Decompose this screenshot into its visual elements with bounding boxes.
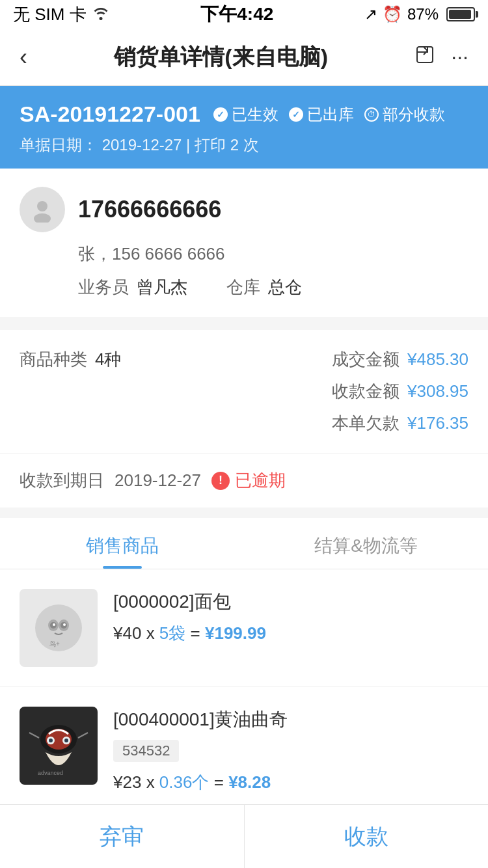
received-value: ¥308.95 (407, 381, 468, 401)
collect-payment-button[interactable]: 收款 (245, 805, 489, 868)
battery-icon (446, 7, 475, 21)
svg-rect-0 (417, 47, 433, 62)
product-sku-2: 534532 (113, 740, 179, 762)
product-qty-1: 5袋 (159, 623, 185, 643)
product-thumbnail-1: 鸟+ (20, 589, 98, 667)
product-total-2: ¥8.28 (228, 772, 271, 792)
svg-point-16 (49, 739, 53, 742)
tabs-section: 销售商品 结算&物流等 (0, 518, 488, 569)
product-qty-2: 0.36个 (159, 772, 210, 792)
status-bar: 无 SIM 卡 下午4:42 ↗ ⏰ 87% (0, 0, 488, 29)
page-title: 销货单详情(来自电脑) (114, 42, 328, 72)
status-time: 下午4:42 (200, 2, 273, 27)
clock-icon: ⏱ (364, 107, 379, 122)
debt-value: ¥176.35 (407, 413, 468, 433)
battery-text: 87% (407, 5, 439, 23)
tab-settlement[interactable]: 结算&物流等 (244, 518, 488, 569)
abandon-review-button[interactable]: 弃审 (0, 805, 245, 868)
customer-contact: 张，156 6666 6666 (20, 243, 468, 265)
svg-point-2 (34, 213, 51, 223)
badge-effective: ✓ 已生效 (213, 104, 278, 125)
more-button[interactable]: ··· (451, 45, 468, 69)
carrier-text: 无 SIM 卡 (13, 3, 87, 26)
sales-value: 曾凡杰 (137, 276, 187, 299)
status-left: 无 SIM 卡 (13, 3, 110, 26)
back-button[interactable]: ‹ (20, 44, 27, 71)
svg-point-9 (63, 623, 66, 626)
amount-label: 成交金额 (332, 348, 400, 371)
order-header: SA-20191227-001 ✓ 已生效 ✓ 已出库 ⏱ 部分收款 单据日期：… (0, 86, 488, 169)
customer-meta: 业务员 曾凡杰 仓库 总仓 (20, 276, 468, 299)
product-thumbnail-2: advanced (20, 707, 98, 785)
customer-id: 17666666666 (78, 196, 221, 223)
products-section: 鸟+ [0000002]面包 ¥40 x 5袋 = ¥199.99 (0, 569, 488, 814)
received-label: 收款金额 (332, 380, 400, 403)
list-item: 鸟+ [0000002]面包 ¥40 x 5袋 = ¥199.99 (0, 569, 488, 687)
bottom-bar: 弃审 收款 (0, 804, 488, 868)
debt-label: 本单欠款 (332, 412, 400, 435)
category-value: 4种 (95, 348, 121, 371)
tab-sales-products[interactable]: 销售商品 (0, 518, 244, 569)
svg-point-17 (64, 739, 68, 742)
due-date: 2019-12-27 (115, 470, 201, 491)
product-info-1: [0000002]面包 ¥40 x 5袋 = ¥199.99 (113, 589, 468, 645)
tab-indicator (103, 566, 142, 569)
badge-shipped: ✓ 已出库 (289, 104, 354, 125)
category-label: 商品种类 (20, 348, 87, 371)
order-badges: ✓ 已生效 ✓ 已出库 ⏱ 部分收款 (213, 104, 445, 125)
due-label: 收款到期日 (20, 469, 104, 492)
overdue-icon: ! (211, 472, 230, 490)
amount-value: ¥485.30 (407, 349, 468, 370)
product-info-2: [000400001]黄油曲奇 534532 ¥23 x 0.36个 = ¥8.… (113, 707, 468, 794)
tabs-row: 销售商品 结算&物流等 (0, 518, 488, 569)
overdue-text: 已逾期 (235, 469, 286, 492)
product-name-1: [0000002]面包 (113, 589, 468, 614)
order-date: 单据日期： 2019-12-27 | 打印 2 次 (20, 135, 468, 156)
product-name-2: [000400001]黄油曲奇 (113, 707, 468, 732)
product-price-2: ¥23 x 0.36个 = ¥8.28 (113, 771, 468, 794)
nav-actions: ··· (414, 44, 468, 70)
svg-point-1 (37, 201, 47, 211)
product-price-1: ¥40 x 5袋 = ¥199.99 (113, 622, 468, 645)
svg-text:鸟+: 鸟+ (49, 640, 60, 647)
badge-partial: ⏱ 部分收款 (364, 104, 445, 125)
wifi-icon (92, 5, 110, 25)
warehouse-label: 仓库 (226, 276, 260, 299)
list-item: advanced [000400001]黄油曲奇 534532 ¥23 x 0.… (0, 687, 488, 814)
check-icon-2: ✓ (289, 107, 303, 122)
customer-avatar (20, 187, 65, 232)
product-total-1: ¥199.99 (205, 623, 266, 643)
nav-bar: ‹ 销货单详情(来自电脑) ··· (0, 29, 488, 86)
svg-point-8 (53, 623, 55, 626)
svg-text:advanced: advanced (38, 770, 63, 776)
alarm-icon: ⏰ (383, 5, 402, 23)
warehouse-value: 总仓 (268, 276, 302, 299)
due-section: 收款到期日 2019-12-27 ! 已逾期 (0, 453, 488, 508)
check-icon-1: ✓ (213, 107, 228, 122)
sales-label: 业务员 (78, 276, 129, 299)
summary-section: 商品种类 4种 成交金额 ¥485.30 收款金额 ¥308.95 本单欠款 ¥… (0, 330, 488, 453)
order-number: SA-20191227-001 (20, 102, 200, 127)
location-icon: ↗ (364, 5, 377, 23)
overdue-badge: ! 已逾期 (211, 469, 286, 492)
customer-section: 17666666666 张，156 6666 6666 业务员 曾凡杰 仓库 总… (0, 169, 488, 317)
status-right: ↗ ⏰ 87% (364, 5, 475, 23)
share-button[interactable] (414, 44, 435, 70)
